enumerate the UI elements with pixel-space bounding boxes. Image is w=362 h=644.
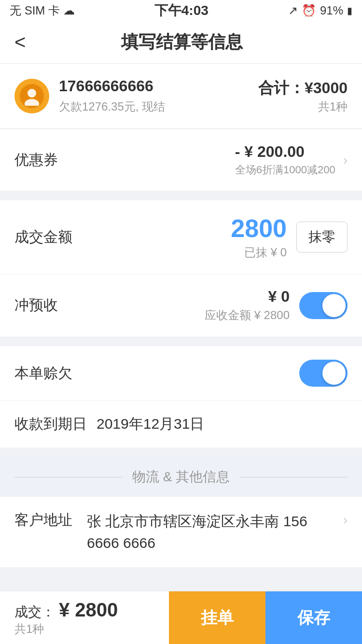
chong-toggle-knob: [322, 294, 346, 317]
coupon-row[interactable]: 优惠券 - ¥ 200.00 全场6折满1000减200 ›: [0, 129, 362, 191]
status-right: ↗ ⏰ 91% ▮: [288, 4, 352, 17]
address-chevron-icon: ›: [334, 512, 348, 528]
page-title: 填写结算等信息: [35, 30, 328, 54]
chong-sub: 应收金额 ¥ 2800: [205, 308, 290, 323]
sheqian-section: 本单赊欠 收款到期日 2019年12月31日: [0, 346, 362, 448]
customer-left: 17666666666 欠款1276.35元, 现结: [14, 77, 165, 114]
chong-yushou-row: 冲预收 ¥ 0 应收金额 ¥ 2800: [0, 274, 362, 336]
back-button[interactable]: <: [14, 31, 35, 53]
guadan-button[interactable]: 挂单: [169, 591, 265, 644]
total-amount: 合计：¥3000: [258, 78, 348, 99]
chong-amount-col: ¥ 0 应收金额 ¥ 2800: [205, 288, 290, 323]
logistics-section-header: 物流 & 其他信息: [0, 457, 362, 497]
sheqian-row: 本单赊欠: [0, 346, 362, 400]
deal-amount-section: 成交金额 2800 已抹 ¥ 0 抹零 冲预收 ¥ 0 应收金额 ¥ 2800: [0, 200, 362, 336]
chong-yushou-right: ¥ 0 应收金额 ¥ 2800: [205, 288, 348, 323]
section-divider-1: [0, 191, 362, 200]
status-left: 无 SIM 卡 ☁: [10, 3, 75, 18]
due-date-row: 收款到期日 2019年12月31日: [0, 401, 362, 448]
customer-debt: 欠款1276.35元, 现结: [59, 99, 165, 114]
avatar: [14, 79, 49, 113]
avatar-icon: [20, 84, 44, 108]
coupon-chevron-icon: ›: [343, 153, 348, 168]
customer-phone: 17666666666: [59, 77, 165, 95]
deal-amount-row: 成交金额 2800 已抹 ¥ 0 抹零: [0, 200, 362, 274]
bottom-amount-row: 成交： ¥ 2800: [14, 599, 154, 621]
location-icon: ↗: [288, 4, 298, 17]
sheqian-toggle-wrapper: [299, 360, 348, 387]
customer-info: 17666666666 欠款1276.35元, 现结: [59, 77, 165, 114]
address-row[interactable]: 客户地址 张 北京市市辖区海淀区永丰南 156 6666 6666 ›: [0, 497, 362, 567]
header-line-left: [14, 477, 123, 477]
bottom-chengjiao-label: 成交：: [14, 603, 55, 621]
signal-text: 无 SIM 卡 ☁: [10, 3, 75, 18]
deal-amount-col: 2800 已抹 ¥ 0: [231, 214, 287, 260]
chong-amount-value: ¥ 0: [205, 288, 290, 306]
customer-card: 17666666666 欠款1276.35元, 现结 合计：¥3000 共1种: [0, 64, 362, 128]
header-line-right: [239, 477, 348, 477]
customer-total: 合计：¥3000 共1种: [258, 78, 348, 114]
bottom-count: 共1种: [14, 621, 154, 637]
section-divider-2: [0, 336, 362, 346]
alarm-icon: ⏰: [302, 4, 316, 17]
sheqian-toggle[interactable]: [299, 360, 348, 387]
coupon-label: 优惠券: [14, 150, 58, 170]
coupon-info: - ¥ 200.00 全场6折满1000减200: [235, 143, 335, 177]
deal-amount-sub: 已抹 ¥ 0: [231, 245, 287, 260]
status-time: 下午4:03: [154, 1, 209, 20]
due-date-label: 收款到期日: [14, 414, 87, 434]
chong-toggle-wrapper: [299, 292, 348, 319]
bottom-info: 成交： ¥ 2800 共1种: [0, 599, 169, 637]
sheqian-label: 本单赊欠: [14, 364, 72, 383]
svg-point-1: [25, 99, 39, 106]
bottom-bar: 成交： ¥ 2800 共1种 挂单 保存: [0, 591, 362, 644]
deal-amount-right: 2800 已抹 ¥ 0 抹零: [231, 214, 348, 260]
section-divider-3: [0, 448, 362, 457]
deal-amount-label: 成交金额: [14, 227, 72, 247]
chong-toggle[interactable]: [299, 292, 348, 319]
sheqian-toggle-knob: [322, 362, 346, 385]
battery-text: 91%: [320, 4, 343, 17]
nav-bar: < 填写结算等信息: [0, 21, 362, 64]
status-bar: 无 SIM 卡 ☁ 下午4:03 ↗ ⏰ 91% ▮: [0, 0, 362, 21]
round-zero-button[interactable]: 抹零: [296, 222, 348, 252]
svg-point-0: [28, 89, 36, 98]
battery-icon: ▮: [347, 5, 352, 16]
chong-yushou-label: 冲预收: [14, 295, 58, 315]
total-count: 共1种: [258, 99, 348, 114]
deal-amount-value: 2800: [231, 214, 287, 243]
bottom-amount-value: ¥ 2800: [59, 599, 118, 621]
address-label: 客户地址: [14, 510, 72, 530]
baocun-button[interactable]: 保存: [265, 591, 362, 644]
logistics-header-text: 物流 & 其他信息: [132, 468, 230, 486]
due-date-section: 收款到期日 2019年12月31日: [0, 400, 362, 448]
address-content: 张 北京市市辖区海淀区永丰南 156 6666 6666: [87, 510, 334, 554]
due-date-value: 2019年12月31日: [97, 414, 204, 434]
coupon-desc: 全场6折满1000减200: [235, 163, 335, 177]
person-icon: [22, 86, 42, 106]
coupon-right: - ¥ 200.00 全场6折满1000减200 ›: [235, 143, 348, 177]
coupon-amount: - ¥ 200.00: [235, 143, 335, 161]
